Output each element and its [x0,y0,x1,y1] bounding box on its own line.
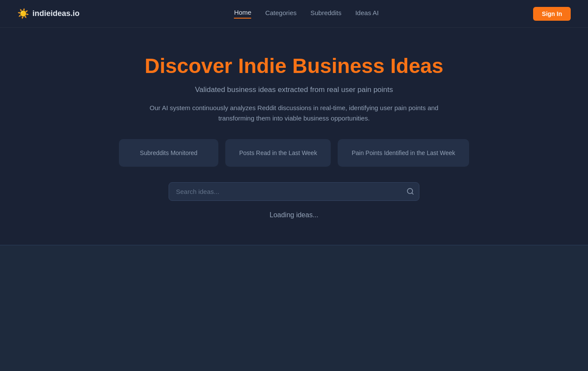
search-icon [406,187,414,195]
stat-label-subreddits: Subreddits Monitored [133,149,205,156]
svg-line-1 [412,193,413,194]
hero-subtitle: Validated business ideas extracted from … [17,86,571,94]
logo-icon: ☀️ [17,8,29,19]
stat-card-pain-points: Pain Points Identified in the Last Week [338,139,469,167]
navbar: ☀️ indieideas.io Home Categories Subredd… [0,0,588,28]
stat-label-pain-points: Pain Points Identified in the Last Week [352,149,455,156]
nav-link-ideas-ai[interactable]: Ideas AI [355,9,379,18]
nav-link-home[interactable]: Home [234,9,251,19]
logo[interactable]: ☀️ indieideas.io [17,8,80,19]
nav-right: Sign In [533,7,571,21]
nav-link-categories[interactable]: Categories [265,9,297,18]
search-container [17,182,571,201]
stats-row: Subreddits Monitored Posts Read in the L… [17,139,571,167]
search-input[interactable] [169,182,419,201]
nav-links: Home Categories Subreddits Ideas AI [234,9,379,19]
stat-label-posts: Posts Read in the Last Week [239,149,317,156]
logo-text: indieideas.io [32,9,80,18]
bottom-section [0,245,588,371]
nav-link-subreddits[interactable]: Subreddits [310,9,342,18]
loading-text: Loading ideas... [17,211,571,219]
search-wrapper [169,182,419,201]
search-button[interactable] [406,187,414,195]
stat-card-posts: Posts Read in the Last Week [225,139,331,167]
hero-title: Discover Indie Business Ideas [17,54,571,79]
hero-description: Our AI system continuously analyzes Redd… [147,103,441,124]
stat-card-subreddits: Subreddits Monitored [119,139,218,167]
sign-in-button[interactable]: Sign In [533,7,571,21]
hero-section: Discover Indie Business Ideas Validated … [0,28,588,245]
